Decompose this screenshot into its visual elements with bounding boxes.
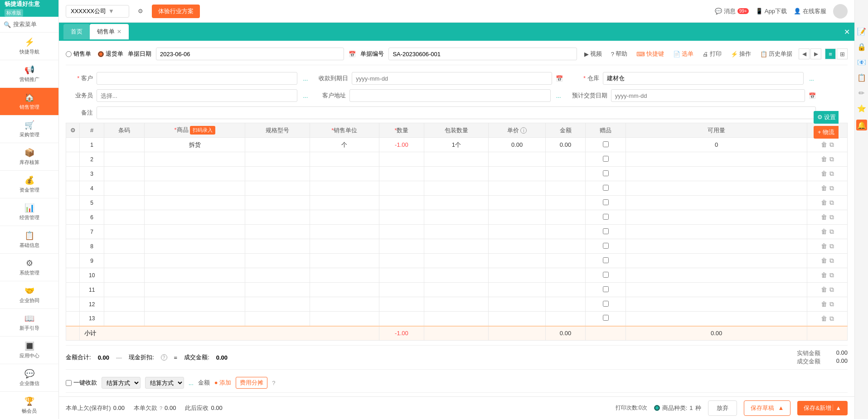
row-product[interactable]: 拆货 xyxy=(145,138,245,152)
row-price[interactable]: 0.00 xyxy=(489,138,545,152)
sidebar-item-finance[interactable]: 💰 资金管理 xyxy=(0,171,58,198)
save-new-arrow[interactable]: ▲ xyxy=(833,405,841,411)
view-list-btn[interactable]: ≡ xyxy=(825,48,836,59)
row-gift-checkbox[interactable] xyxy=(603,257,609,263)
view-grid-btn[interactable]: ⊞ xyxy=(837,48,848,59)
online-service-button[interactable]: 👤 在线客服 xyxy=(794,7,826,15)
sidebar-item-wechat[interactable]: 💬 企业微信 xyxy=(0,364,58,392)
trial-button[interactable]: 体验行业方案 xyxy=(152,5,200,18)
topbar-settings-button[interactable]: ⚙ xyxy=(134,5,147,18)
row-copy-icon[interactable]: ⧉ xyxy=(829,228,834,236)
row-copy-icon[interactable]: ⧉ xyxy=(829,170,834,178)
row-amount[interactable]: 0.00 xyxy=(545,138,586,152)
price-info-icon[interactable]: i xyxy=(520,127,527,134)
sidebar-item-enterprise[interactable]: 🤝 企业协同 xyxy=(0,281,58,309)
cash-discount-info-icon[interactable]: ? xyxy=(161,354,167,361)
row-qty[interactable]: -1.00 xyxy=(379,138,424,152)
row-barcode[interactable] xyxy=(104,138,145,152)
product-count-radio[interactable] xyxy=(654,405,660,411)
expected-date-cal-icon[interactable]: 📅 xyxy=(809,92,816,99)
discard-button[interactable]: 放弃 xyxy=(708,400,737,416)
scan-btn[interactable]: 扫码录入 xyxy=(190,126,215,135)
close-all-tabs-button[interactable]: ✕ xyxy=(844,28,850,36)
right-panel-icon-4[interactable]: 📋 xyxy=(857,73,866,82)
row-copy-icon[interactable]: ⧉ xyxy=(829,141,834,149)
right-panel-icon-5[interactable]: ✏ xyxy=(858,89,864,97)
doc-num-input[interactable] xyxy=(388,48,577,60)
expense-help-icon[interactable]: ? xyxy=(272,380,275,386)
warehouse-input[interactable] xyxy=(603,72,804,85)
toolbar-select-btn[interactable]: 📄 选单 xyxy=(670,48,696,59)
sidebar-item-basics[interactable]: 📋 基础信息 xyxy=(0,226,58,254)
row-copy-icon[interactable]: ⧉ xyxy=(829,155,834,163)
payment-due-input[interactable] xyxy=(352,72,552,85)
row-unit[interactable]: 个 xyxy=(310,138,379,152)
row-delete-icon[interactable]: 🗑 xyxy=(821,141,827,149)
save-draft-button[interactable]: 保存草稿 ▲ xyxy=(744,400,791,416)
row-gift-checkbox[interactable] xyxy=(603,156,609,162)
toolbar-history-btn[interactable]: 📋 历史单据 xyxy=(757,48,795,59)
expected-date-input[interactable] xyxy=(611,89,805,102)
sidebar-item-inventory[interactable]: 📦 库存核算 xyxy=(0,143,58,171)
row-copy-icon[interactable]: ⧉ xyxy=(829,257,834,265)
sidebar-item-vip[interactable]: 🏆 畅会员 xyxy=(0,392,58,419)
sidebar-item-purchase[interactable]: 🛒 采购管理 xyxy=(0,116,58,143)
app-download-button[interactable]: 📱 App下载 xyxy=(756,7,787,15)
row-gift-checkbox[interactable] xyxy=(603,228,609,234)
radio-sales-input[interactable] xyxy=(66,51,72,57)
logistics-side-btn[interactable]: + 物流 xyxy=(814,126,839,139)
row-pkg-qty[interactable]: 1个 xyxy=(424,138,489,152)
payment-due-cal-icon[interactable]: 📅 xyxy=(556,75,563,82)
row-gift-checkbox[interactable] xyxy=(603,214,609,220)
row-gift-checkbox[interactable] xyxy=(603,141,609,147)
row-spec[interactable] xyxy=(245,138,310,152)
nav-next[interactable]: ▶ xyxy=(810,48,821,59)
tab-close-icon[interactable]: ✕ xyxy=(117,29,121,35)
nav-prev[interactable]: ◀ xyxy=(799,48,810,59)
row-delete-icon[interactable]: 🗑 xyxy=(821,286,827,294)
row-gift-checkbox[interactable] xyxy=(603,185,609,191)
toolbar-help-btn[interactable]: ? 帮助 xyxy=(608,48,630,59)
sidebar-item-marketing[interactable]: 📢 营销推广 xyxy=(0,60,58,88)
message-button[interactable]: 💬 消息 99+ xyxy=(715,7,749,15)
row-gift[interactable] xyxy=(586,138,626,152)
row-gift-checkbox[interactable] xyxy=(603,286,609,292)
toolbar-print-btn[interactable]: 🖨 打印 xyxy=(700,48,724,59)
customer-addr-dots-btn[interactable]: ... xyxy=(554,92,563,99)
row-copy-icon[interactable]: ⧉ xyxy=(829,184,834,192)
tab-sales-order[interactable]: 销售单 ✕ xyxy=(90,24,129,39)
right-panel-icon-3[interactable]: 📧 xyxy=(857,58,866,67)
payment-method-select[interactable]: 结算方式 xyxy=(102,377,141,389)
payment-add-btn[interactable]: ● 添加 xyxy=(214,379,231,387)
row-delete-icon[interactable]: 🗑 xyxy=(821,242,827,250)
radio-return[interactable]: 退货单 xyxy=(98,50,123,58)
save-draft-arrow[interactable]: ▲ xyxy=(776,405,784,411)
payment-account-dots[interactable]: ... xyxy=(189,380,194,386)
salesperson-dots-btn[interactable]: ... xyxy=(301,92,310,99)
row-copy-icon[interactable]: ⧉ xyxy=(829,242,834,250)
row-delete-icon[interactable]: 🗑 xyxy=(821,271,827,279)
tab-home[interactable]: 首页 xyxy=(63,24,90,39)
one-click-payment-checkbox[interactable]: 一键收款 xyxy=(66,379,97,387)
row-delete-icon[interactable]: 🗑 xyxy=(821,213,827,221)
row-copy-icon[interactable]: ⧉ xyxy=(829,199,834,207)
right-panel-icon-7[interactable]: 🔔 xyxy=(856,120,867,130)
sidebar-item-system[interactable]: ⚙ 系统管理 xyxy=(0,254,58,281)
radio-sales[interactable]: 销售单 xyxy=(66,50,91,58)
row-gift-checkbox[interactable] xyxy=(603,170,609,176)
row-delete-icon[interactable]: 🗑 xyxy=(821,228,827,236)
calendar-icon[interactable]: 📅 xyxy=(349,51,356,58)
row-delete-icon[interactable]: 🗑 xyxy=(821,257,827,265)
th-settings[interactable]: ⚙ xyxy=(66,123,80,138)
row-copy-icon[interactable]: ⧉ xyxy=(829,315,834,323)
row-delete-icon[interactable]: 🗑 xyxy=(821,170,827,178)
row-gift-checkbox[interactable] xyxy=(603,301,609,307)
right-panel-icon-1[interactable]: 📝 xyxy=(857,27,866,36)
company-selector[interactable]: XXXXXX公司 ▼ xyxy=(66,5,129,18)
warehouse-dots-btn[interactable]: ... xyxy=(807,75,816,82)
sidebar-item-quick-nav[interactable]: ⚡ 快捷导航 xyxy=(0,33,58,60)
row-gift-checkbox[interactable] xyxy=(603,243,609,249)
user-avatar[interactable] xyxy=(833,4,848,19)
notes-input[interactable] xyxy=(97,106,816,119)
toolbar-shortcut-btn[interactable]: ⌨ 快捷键 xyxy=(634,48,667,59)
